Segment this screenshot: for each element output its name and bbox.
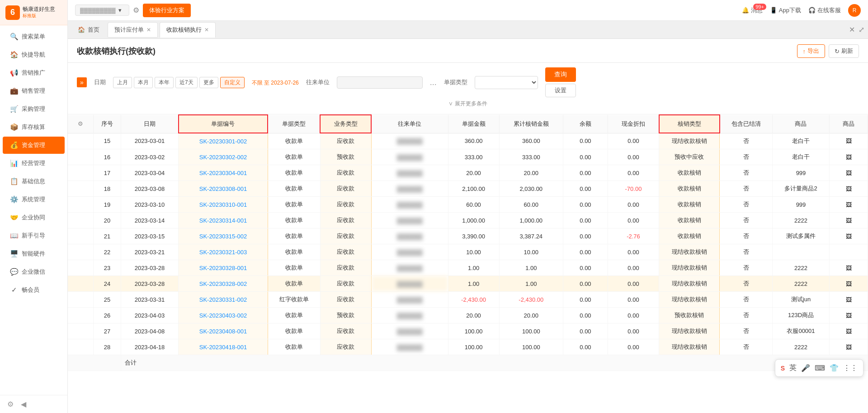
bill-no-link[interactable]: SK-20230308-001: [199, 185, 247, 192]
bill-no-link[interactable]: SK-20230408-001: [199, 328, 247, 335]
sidebar-item-label: 资金管理: [22, 141, 45, 149]
online-service-btn[interactable]: 🎧 在线客服: [808, 6, 841, 14]
date-this-month-btn[interactable]: 本月: [134, 77, 153, 88]
dropdown-arrow: ▾: [118, 7, 122, 14]
ime-lang-toggle[interactable]: 英: [789, 363, 797, 373]
table-row[interactable]: 162023-03-02SK-20230302-002收款单预收款▓▓▓▓▓▓3…: [68, 149, 868, 165]
collapse-icon[interactable]: ◀: [21, 400, 26, 408]
bill-no-link[interactable]: SK-20230328-002: [199, 280, 247, 287]
table-body: 152023-03-01SK-20230301-002收款单应收款▓▓▓▓▓▓3…: [68, 133, 868, 355]
sidebar: 6 畅康道好生意 标推版 🔍 搜索菜单 🏠 快捷导航 📢 营销推广 💼 销售管理…: [0, 0, 68, 413]
bill-no-link[interactable]: SK-20230418-001: [199, 344, 247, 351]
tab-pending[interactable]: 预计应付单 ✕: [108, 22, 158, 38]
sidebar-item-purchase[interactable]: 🛒 采购管理: [3, 100, 65, 118]
monitor-icon: 🖥️: [10, 250, 18, 258]
tab-receipts-close[interactable]: ✕: [204, 27, 209, 33]
ime-shirt-icon[interactable]: 👕: [830, 364, 839, 372]
tab-maximize-btn[interactable]: ⤢: [859, 25, 864, 34]
table-row[interactable]: 282023-04-18SK-20230418-001收款单应收款▓▓▓▓▓▓1…: [68, 339, 868, 355]
table-row[interactable]: 212023-03-15SK-20230315-002收款单应收款▓▓▓▓▓▓3…: [68, 228, 868, 244]
sidebar-item-hardware[interactable]: 🖥️ 智能硬件: [3, 245, 65, 262]
table-row[interactable]: 182023-03-08SK-20230308-001收款单应收款▓▓▓▓▓▓2…: [68, 181, 868, 197]
bill-no-link[interactable]: SK-20230304-001: [199, 170, 247, 176]
settings-icon[interactable]: ⚙: [7, 400, 14, 408]
sidebar-item-label: 销售管理: [22, 87, 45, 95]
table-row[interactable]: 202023-03-14SK-20230314-001收款单应收款▓▓▓▓▓▓1…: [68, 213, 868, 228]
date-7days-btn[interactable]: 近7天: [175, 77, 198, 88]
sidebar-item-newbie[interactable]: 📖 新手引导: [3, 227, 65, 244]
date-this-year-btn[interactable]: 本年: [155, 77, 174, 88]
table-row[interactable]: 262023-04-03SK-20230403-002收款单预收款▓▓▓▓▓▓2…: [68, 308, 868, 323]
tab-pending-close[interactable]: ✕: [146, 27, 151, 33]
ime-keyboard-icon[interactable]: ⌨: [815, 364, 825, 372]
ime-mic-icon[interactable]: 🎤: [801, 364, 810, 372]
topbar-gear-icon[interactable]: ⚙: [133, 6, 139, 14]
table-row[interactable]: 152023-03-01SK-20230301-002收款单应收款▓▓▓▓▓▓3…: [68, 133, 868, 149]
col-settings[interactable]: ⚙: [68, 115, 94, 133]
user-avatar[interactable]: R: [848, 4, 861, 17]
table-row[interactable]: 172023-03-04SK-20230304-001收款单应收款▓▓▓▓▓▓2…: [68, 165, 868, 181]
ime-grid-icon[interactable]: ⋮⋮: [843, 364, 858, 372]
table-row[interactable]: 192023-03-10SK-20230310-001收款单应收款▓▓▓▓▓▓6…: [68, 197, 868, 213]
sidebar-item-inventory[interactable]: 📦 库存核算: [3, 119, 65, 136]
sidebar-item-member[interactable]: ✓ 畅会员: [3, 281, 65, 299]
partner-filter-input[interactable]: [337, 76, 423, 89]
table-row[interactable]: 242023-03-28SK-20230328-002收款单应收款▓▓▓▓▓▓1…: [68, 276, 868, 292]
page-header: 收款核销执行(按收款) ↑ 导出 ↻ 刷新: [68, 39, 868, 63]
sidebar-item-label: 系统管理: [22, 195, 45, 204]
date-custom-btn[interactable]: 自定义: [220, 77, 245, 88]
sidebar-item-sales[interactable]: 💼 销售管理: [3, 82, 65, 100]
table-row[interactable]: 222023-03-21SK-20230321-003收款单应收款▓▓▓▓▓▓1…: [68, 244, 868, 260]
sidebar-item-label: 快捷导航: [22, 51, 45, 59]
tabbar: 🏠 首页 预计应付单 ✕ 收款核销执行 ✕ ✕ ⤢: [68, 21, 868, 39]
table-row[interactable]: 272023-04-08SK-20230408-001收款单应收款▓▓▓▓▓▓1…: [68, 323, 868, 339]
bill-no-link[interactable]: SK-20230302-002: [199, 154, 247, 161]
bill-no-link[interactable]: SK-20230315-002: [199, 233, 247, 240]
money-icon: 💰: [10, 141, 18, 149]
more-filters-icon[interactable]: ...: [430, 78, 437, 87]
topbar: ▓▓▓▓▓▓▓▓▓ ▾ ⚙ 体验行业方案 🔔 消息 99+ 📱 App下载 🎧 …: [68, 0, 868, 21]
refresh-btn[interactable]: ↻ 刷新: [829, 44, 859, 58]
table-row[interactable]: 252023-03-31SK-20230331-002红字收款单应收款▓▓▓▓▓…: [68, 292, 868, 308]
table-footer: 合计: [68, 355, 868, 371]
table-settings-icon[interactable]: ⚙: [78, 120, 83, 127]
sidebar-item-operations[interactable]: 📊 经营管理: [3, 155, 65, 172]
bill-type-select[interactable]: [475, 76, 538, 89]
expand-more-btn[interactable]: ∨ 展开更多条件: [77, 97, 859, 109]
setting-btn[interactable]: 设置: [545, 84, 576, 97]
sidebar-item-system[interactable]: ⚙️ 系统管理: [3, 191, 65, 208]
sidebar-item-corp[interactable]: 🤝 企业协同: [3, 209, 65, 226]
query-btn[interactable]: 查询: [545, 67, 576, 82]
sidebar-item-basic[interactable]: 📋 基础信息: [3, 173, 65, 190]
sidebar-item-finance[interactable]: 💰 资金管理: [3, 137, 65, 154]
sidebar-item-shortcut[interactable]: 🏠 快捷导航: [3, 46, 65, 63]
table-footer-row: 合计: [68, 355, 868, 371]
bill-no-link[interactable]: SK-20230328-001: [199, 265, 247, 271]
tab-close-window-btn[interactable]: ✕: [849, 25, 855, 34]
chat-icon: 💬: [10, 268, 18, 276]
checkmark-icon: ✓: [10, 286, 18, 294]
bill-no-link[interactable]: SK-20230301-002: [199, 138, 247, 145]
app-download-btn[interactable]: 📱 App下载: [770, 6, 801, 14]
filter-expand-btn[interactable]: »: [77, 77, 87, 87]
tab-receipts[interactable]: 收款核销执行 ✕: [160, 22, 216, 38]
bill-no-link[interactable]: SK-20230331-002: [199, 296, 247, 303]
date-last-month-btn[interactable]: 上月: [113, 77, 132, 88]
bill-no-link[interactable]: SK-20230403-002: [199, 312, 247, 319]
sidebar-item-marketing[interactable]: 📢 营销推广: [3, 64, 65, 81]
sidebar-item-search[interactable]: 🔍 搜索菜单: [3, 28, 65, 45]
tab-home[interactable]: 🏠 首页: [71, 22, 106, 38]
sidebar-nav: 🔍 搜索菜单 🏠 快捷导航 📢 营销推广 💼 销售管理 🛒 采购管理 📦 库存核…: [0, 25, 67, 395]
date-more-btn[interactable]: 更多: [199, 77, 218, 88]
bill-no-link[interactable]: SK-20230321-003: [199, 249, 247, 256]
col-date: 日期: [121, 115, 178, 133]
sidebar-item-wechat[interactable]: 💬 企业微信: [3, 263, 65, 280]
workspace-dropdown[interactable]: ▓▓▓▓▓▓▓▓▓ ▾: [75, 5, 129, 16]
bill-no-link[interactable]: SK-20230310-001: [199, 201, 247, 208]
bill-no-link[interactable]: SK-20230314-001: [199, 217, 247, 224]
col-biz-type: 业务类型: [320, 115, 371, 133]
notification-btn[interactable]: 🔔 消息 99+: [742, 6, 763, 14]
export-btn[interactable]: ↑ 导出: [797, 44, 826, 58]
table-row[interactable]: 232023-03-28SK-20230328-001收款单应收款▓▓▓▓▓▓1…: [68, 260, 868, 276]
industry-btn[interactable]: 体验行业方案: [143, 4, 191, 17]
